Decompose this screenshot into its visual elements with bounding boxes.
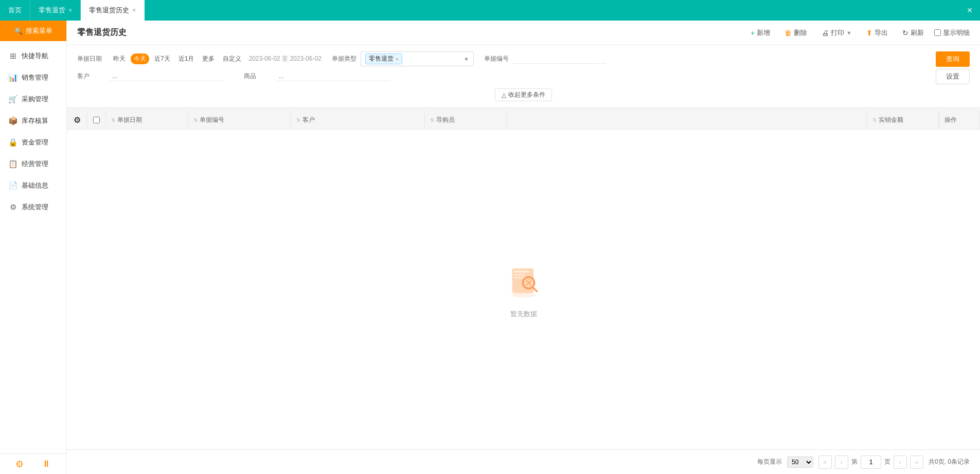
sidebar-item-inventory[interactable]: 📦 库存核算 (0, 110, 66, 132)
empty-illustration (503, 260, 544, 301)
th-amount-sort-icon: ⇅ (872, 117, 877, 123)
sidebar-item-system[interactable]: ⚙ 系统管理 (0, 196, 66, 218)
type-filter-select[interactable]: 零售退货 × ▼ (361, 51, 474, 66)
date-btn-today[interactable]: 今天 (131, 53, 149, 64)
pagination-bar: 每页显示 10 20 50 100 « ‹ 第 页 › » 共0页, 0条记录 (67, 449, 980, 474)
filter-row-2: 客户 商品 (77, 71, 928, 81)
customer-filter-section: 客户 (77, 71, 223, 81)
export-button[interactable]: ⬆ 导出 (862, 26, 892, 40)
th-billno[interactable]: ⇅ 单据编号 (188, 111, 291, 130)
sidebar-search-label: 搜索菜单 (26, 26, 52, 35)
collapse-label: 收起更多条件 (508, 90, 545, 99)
date-btn-7days[interactable]: 近7天 (151, 53, 173, 64)
next-page-button[interactable]: › (894, 455, 907, 469)
number-filter-input[interactable] (513, 54, 605, 64)
th-billno-sort-icon: ⇅ (193, 117, 198, 123)
last-page-button[interactable]: » (910, 455, 923, 469)
refresh-button[interactable]: ↻ 刷新 (898, 26, 928, 40)
sidebar-collapse-icon[interactable]: ⏸ (42, 459, 51, 469)
goods-filter-section: 商品 (244, 71, 390, 81)
gear-icon: ⚙ (8, 203, 17, 212)
empty-state: 暂无数据 (67, 130, 980, 449)
print-dropdown-icon: ▼ (846, 30, 852, 36)
svg-rect-2 (513, 271, 529, 272)
tab-retail-return-history-close[interactable]: × (132, 7, 136, 14)
header-actions: + 新增 🗑 删除 🖨 打印 ▼ ⬆ 导出 ↻ 刷新 (746, 26, 970, 40)
th-guide-sort-icon: ⇅ (430, 117, 434, 123)
date-btn-yesterday[interactable]: 昨天 (110, 53, 129, 64)
sidebar-item-quick-nav-label: 快捷导航 (22, 51, 48, 61)
prev-page-button[interactable]: ‹ (835, 455, 848, 469)
sidebar-item-finance-label: 资金管理 (22, 138, 48, 147)
goods-filter-label: 商品 (244, 72, 273, 81)
th-customer[interactable]: ⇅ 客户 (291, 111, 425, 130)
date-btn-1month[interactable]: 近1月 (175, 53, 198, 64)
select-all-checkbox[interactable] (93, 117, 100, 123)
sidebar-item-operation[interactable]: 📋 经营管理 (0, 153, 66, 175)
add-button[interactable]: + 新增 (746, 26, 774, 40)
page-word: 第 (851, 458, 858, 466)
svg-point-0 (511, 293, 536, 298)
refresh-label: 刷新 (911, 28, 924, 38)
sidebar-item-sales-mgmt[interactable]: 📊 销售管理 (0, 67, 66, 88)
th-customer-label: 客户 (302, 116, 315, 124)
sidebar-item-basic-info[interactable]: 📄 基础信息 (0, 175, 66, 196)
main-layout: 🔍 搜索菜单 ⊞ 快捷导航 📊 销售管理 🛒 采购管理 📦 库存核算 🔒 (0, 21, 980, 474)
tab-list: 首页 零售退货 × 零售退货历史 × (0, 0, 959, 21)
type-filter-tag-close[interactable]: × (396, 56, 399, 62)
sidebar-search-button[interactable]: 🔍 搜索菜单 (0, 21, 66, 41)
date-btn-more[interactable]: 更多 (199, 53, 218, 64)
query-button[interactable]: 查询 (936, 51, 970, 67)
home-icon: ⊞ (8, 51, 17, 61)
sidebar-item-quick-nav[interactable]: ⊞ 快捷导航 (0, 45, 66, 67)
sidebar-item-purchase-mgmt-label: 采购管理 (22, 95, 48, 104)
table-header: ⚙ ⇅ 单据日期 ⇅ 单据编号 ⇅ 客户 ⇅ (67, 111, 980, 130)
table-select-all[interactable] (87, 111, 106, 130)
show-detail-toggle[interactable]: 显示明细 (934, 28, 970, 38)
content-area: 零售退货历史 + 新增 🗑 删除 🖨 打印 ▼ ⬆ 导出 (67, 21, 980, 474)
tab-retail-return-label: 零售退货 (39, 6, 65, 15)
print-button[interactable]: 🖨 打印 ▼ (817, 26, 856, 40)
tab-home[interactable]: 首页 (0, 0, 30, 21)
setting-button[interactable]: 设置 (936, 69, 970, 84)
per-page-select[interactable]: 10 20 50 100 (787, 457, 813, 468)
doc-icon: 📄 (8, 181, 17, 190)
date-range-display: 2023-06-02 至 2023-06-02 (248, 54, 321, 63)
customer-filter-input[interactable] (110, 71, 223, 81)
print-icon: 🖨 (822, 29, 829, 37)
search-icon: 🔍 (14, 27, 23, 35)
sidebar-item-basic-info-label: 基础信息 (22, 181, 48, 190)
th-date-sort-icon: ⇅ (111, 117, 115, 123)
th-guide[interactable]: ⇅ 导购员 (425, 111, 507, 130)
goods-filter-input[interactable] (277, 71, 390, 81)
window-close-button[interactable]: × (959, 0, 980, 21)
tab-retail-return-history[interactable]: 零售退货历史 × (81, 0, 145, 21)
th-date-label: 单据日期 (117, 116, 142, 124)
th-guide-label: 导购员 (436, 116, 455, 124)
page-title: 零售退货历史 (77, 27, 127, 38)
clipboard-icon: 📋 (8, 159, 17, 169)
filter-row-1: 单据日期 昨天 今天 近7天 近1月 更多 自定义 2023-06-02 至 2… (77, 51, 928, 66)
page-header: 零售退货历史 + 新增 🗑 删除 🖨 打印 ▼ ⬆ 导出 (67, 21, 980, 45)
show-detail-checkbox[interactable] (934, 29, 941, 36)
sidebar-settings-icon[interactable]: ⚙ (15, 459, 24, 470)
first-page-button[interactable]: « (818, 455, 832, 469)
collapse-more-button[interactable]: △ 收起更多条件 (495, 88, 552, 101)
settings-icon: ⚙ (74, 115, 81, 125)
th-date[interactable]: ⇅ 单据日期 (106, 111, 188, 130)
delete-button[interactable]: 🗑 删除 (780, 26, 811, 40)
current-page-input[interactable] (861, 455, 881, 469)
th-amount[interactable]: ⇅ 实销金额 (867, 111, 939, 130)
tab-retail-return-close[interactable]: × (68, 7, 72, 14)
table-settings-icon[interactable]: ⚙ (67, 111, 87, 130)
print-label: 打印 (831, 28, 844, 38)
table-area: ⚙ ⇅ 单据日期 ⇅ 单据编号 ⇅ 客户 ⇅ (67, 111, 980, 474)
sidebar-item-finance[interactable]: 🔒 资金管理 (0, 132, 66, 153)
refresh-icon: ↻ (902, 29, 908, 37)
tab-retail-return[interactable]: 零售退货 × (30, 0, 81, 21)
sidebar-menu: ⊞ 快捷导航 📊 销售管理 🛒 采购管理 📦 库存核算 🔒 资金管理 📋 (0, 41, 66, 453)
type-filter-arrow-icon: ▼ (464, 56, 469, 62)
date-btn-custom[interactable]: 自定义 (220, 53, 244, 64)
date-buttons: 昨天 今天 近7天 近1月 更多 自定义 (110, 53, 244, 64)
sidebar-item-purchase-mgmt[interactable]: 🛒 采购管理 (0, 88, 66, 110)
